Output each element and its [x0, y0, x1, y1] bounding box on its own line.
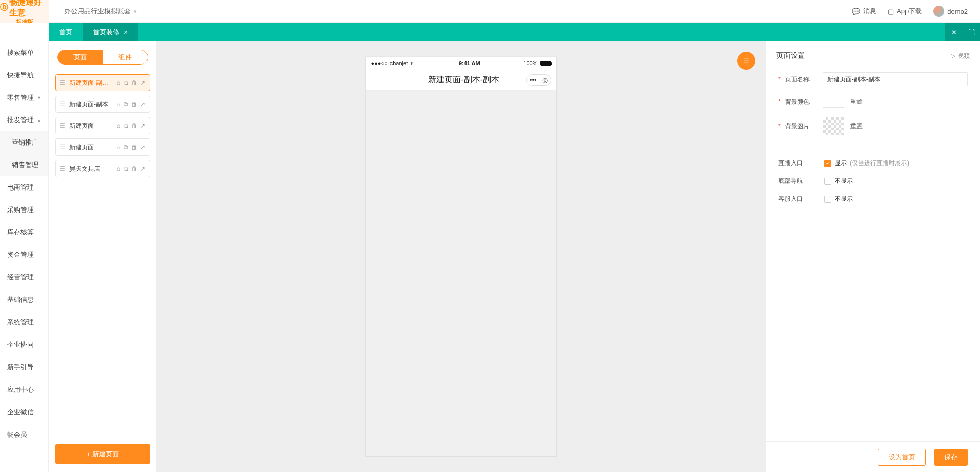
bgimg-label: 背景图片 — [785, 122, 823, 131]
right-panel: 页面设置 ▷ 视频 *页面名称 新建页面-副本-副本 *背景颜色 重置 — [766, 41, 980, 472]
nav-system[interactable]: 系统管理 — [0, 311, 48, 334]
nav-appcenter[interactable]: 应用中心 — [0, 379, 48, 401]
page-row[interactable]: ☰新建页面-副本⌂⧉🗑↗ — [55, 96, 150, 113]
drag-icon[interactable]: ☰ — [60, 122, 65, 129]
account-selector[interactable]: 办公用品行业模拟账套 ▾ — [64, 7, 137, 16]
nav-wholesale-sales[interactable]: 销售管理 — [0, 154, 48, 176]
brand-logo[interactable]: ⓑ畅捷通好生意 标准版 — [0, 0, 49, 23]
page-list: ☰新建页面-副本...⌂⧉🗑↗☰新建页面-副本⌂⧉🗑↗☰新建页面⌂⧉🗑↗☰新建页… — [55, 74, 150, 177]
bgcolor-reset[interactable]: 重置 — [850, 98, 863, 106]
share-icon[interactable]: ↗ — [140, 165, 145, 172]
nav-wholesale-marketing[interactable]: 营销推广 — [0, 131, 48, 154]
video-help-link[interactable]: ▷ 视频 — [951, 52, 970, 60]
nav-ecommerce[interactable]: 电商管理 — [0, 176, 48, 199]
page-row[interactable]: ☰新建页面-副本...⌂⧉🗑↗ — [55, 74, 150, 91]
bottomnav-text: 不显示 — [835, 177, 853, 185]
new-page-button[interactable]: + 新建页面 — [55, 444, 150, 464]
segment-component[interactable]: 组件 — [103, 50, 148, 64]
nav-wholesale[interactable]: 批发管理▲ — [0, 109, 48, 131]
phone-page-title: 新建页面-副本-副本 — [402, 75, 526, 85]
nav-member[interactable]: 畅会员 — [0, 423, 48, 446]
home-icon[interactable]: ⌂ — [117, 144, 120, 151]
tab-strip: 首页 首页装修 × ✕ ⛶ — [0, 23, 980, 41]
page-row-title: 新建页面 — [69, 143, 113, 152]
nav-base[interactable]: 基础信息 — [0, 289, 48, 311]
wifi-icon: ᯤ — [410, 60, 415, 66]
top-actions: 💬 消息 ▢ App下载 demo2 — [852, 6, 980, 17]
home-icon[interactable]: ⌂ — [117, 122, 120, 129]
bgcolor-swatch[interactable] — [823, 96, 844, 108]
nav-fund[interactable]: 资金管理 — [0, 244, 48, 266]
copy-icon[interactable]: ⧉ — [124, 165, 128, 172]
share-icon[interactable]: ↗ — [140, 122, 145, 129]
page-row[interactable]: ☰新建页面⌂⧉🗑↗ — [55, 117, 150, 134]
nav-quick[interactable]: 快捷导航 — [0, 64, 48, 86]
page-row[interactable]: ☰昊天文具店⌂⧉🗑↗ — [55, 160, 150, 177]
signal-icon: ●●●○○ — [371, 60, 388, 66]
drag-icon[interactable]: ☰ — [60, 79, 65, 86]
phone-preview: ●●●○○ chanjet ᯤ 9:41 AM 100% 新建页面-副本-副本 … — [365, 57, 557, 457]
delete-icon[interactable]: 🗑 — [131, 101, 137, 108]
nav-wechat[interactable]: 企业微信 — [0, 401, 48, 423]
drag-icon[interactable]: ☰ — [60, 144, 65, 151]
nav-retail[interactable]: 零售管理▼ — [0, 86, 48, 109]
avatar — [933, 6, 944, 17]
share-icon[interactable]: ↗ — [140, 101, 145, 108]
live-label: 直播入口 — [778, 159, 824, 168]
phone-body[interactable] — [366, 91, 556, 449]
home-icon[interactable]: ⌂ — [117, 101, 120, 108]
save-button[interactable]: 保存 — [934, 449, 968, 466]
page-row-title: 新建页面-副本... — [69, 79, 113, 87]
drag-icon[interactable]: ☰ — [60, 101, 65, 108]
app-download-button[interactable]: ▢ App下载 — [888, 7, 922, 16]
delete-icon[interactable]: 🗑 — [131, 79, 137, 86]
canvas: ☰ ●●●○○ chanjet ᯤ 9:41 AM 100% — [156, 41, 766, 472]
segment-page[interactable]: 页面 — [58, 50, 103, 64]
user-menu[interactable]: demo2 — [933, 6, 968, 17]
more-icon: ••• — [530, 76, 537, 84]
panel-toggle-button[interactable]: ☰ — [737, 52, 755, 70]
chat-icon: 💬 — [852, 8, 860, 15]
battery-text: 100% — [523, 60, 537, 66]
page-name-input[interactable]: 新建页面-副本-副本 — [823, 72, 968, 86]
home-icon[interactable]: ⌂ — [117, 79, 120, 86]
bgimg-reset[interactable]: 重置 — [850, 122, 863, 131]
share-icon[interactable]: ↗ — [140, 144, 145, 151]
nav-purchase[interactable]: 采购管理 — [0, 199, 48, 221]
bgimg-picker[interactable] — [823, 117, 844, 135]
messages-label: 消息 — [863, 7, 876, 16]
nav-search[interactable]: 搜索菜单 — [0, 41, 48, 64]
copy-icon[interactable]: ⧉ — [124, 122, 128, 129]
delete-icon[interactable]: 🗑 — [131, 144, 137, 151]
nav-enterprise[interactable]: 企业协同 — [0, 334, 48, 356]
nav-business[interactable]: 经营管理 — [0, 266, 48, 289]
drag-icon[interactable]: ☰ — [60, 165, 65, 172]
delete-icon[interactable]: 🗑 — [131, 165, 137, 172]
fullscreen-button[interactable]: ⛶ — [963, 23, 980, 41]
copy-icon[interactable]: ⧉ — [124, 101, 128, 108]
close-icon[interactable]: × — [124, 28, 128, 36]
set-home-button[interactable]: 设为首页 — [878, 449, 926, 466]
target-icon: ◎ — [542, 76, 548, 84]
delete-icon[interactable]: 🗑 — [131, 122, 137, 129]
close-all-button[interactable]: ✕ — [945, 23, 963, 41]
copy-icon[interactable]: ⧉ — [124, 79, 128, 86]
nav-guide[interactable]: 新手引导 — [0, 356, 48, 379]
tab-editor[interactable]: 首页装修 × — [83, 23, 138, 41]
menu-icon: ☰ — [743, 57, 749, 65]
page-row-title: 新建页面-副本 — [69, 100, 113, 109]
mini-program-controls[interactable]: ••• ◎ — [526, 74, 551, 86]
copy-icon[interactable]: ⧉ — [124, 144, 128, 151]
messages-button[interactable]: 💬 消息 — [852, 7, 876, 16]
bottomnav-label: 底部导航 — [778, 177, 824, 185]
tab-home[interactable]: 首页 — [49, 23, 83, 41]
top-bar: ⓑ畅捷通好生意 标准版 办公用品行业模拟账套 ▾ 💬 消息 ▢ App下载 de… — [0, 0, 980, 23]
live-hint: (仅当进行直播时展示) — [850, 159, 909, 168]
page-row[interactable]: ☰新建页面⌂⧉🗑↗ — [55, 138, 150, 156]
service-checkbox[interactable] — [824, 196, 831, 203]
bottomnav-checkbox[interactable] — [824, 178, 831, 185]
nav-stock[interactable]: 库存核算 — [0, 221, 48, 244]
home-icon[interactable]: ⌂ — [117, 165, 120, 172]
live-checkbox[interactable]: ✓ — [824, 160, 831, 167]
share-icon[interactable]: ↗ — [140, 79, 145, 86]
